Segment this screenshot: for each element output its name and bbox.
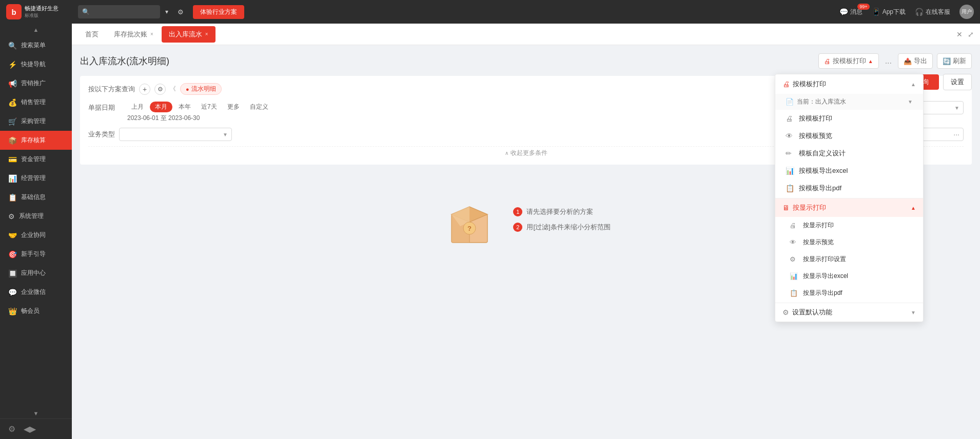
date-btn-custom[interactable]: 自定义 (246, 101, 272, 113)
sidebar-item-basic[interactable]: 📋 基础信息 (0, 188, 72, 207)
dropdown-current-template[interactable]: 📄 当前：出入库流水 ▼ (775, 94, 923, 110)
tab-home[interactable]: 首页 (78, 26, 106, 43)
date-btn-this-month[interactable]: 本月 (150, 102, 172, 112)
sidebar-settings-icon[interactable]: ⚙ (8, 424, 15, 434)
current-template-icon: 📄 (786, 98, 794, 106)
print-dropdown-panel: 🖨 按模板打印 ▲ 📄 当前：出入库流水 ▼ (775, 74, 924, 322)
date-btn-more[interactable]: 更多 (223, 101, 244, 113)
sidebar-item-operations[interactable]: 📊 经营管理 (0, 169, 72, 188)
tmpl-pdf-icon: 📋 (786, 184, 794, 192)
business-type-select[interactable] (119, 128, 232, 141)
dropdown-item-display-pdf[interactable]: 📋 按显示导出pdf (775, 285, 923, 303)
tab-batch[interactable]: 库存批次账 × (107, 26, 161, 43)
dropdown-item-template-preview[interactable]: 👁 按模板预览 (775, 127, 923, 145)
filter-settings-btn[interactable]: ⚙ (154, 84, 166, 95)
topbar-dropdown-arrow[interactable]: ▾ (165, 8, 168, 15)
app-download-btn[interactable]: 📱 App下载 (872, 8, 906, 16)
dropdown-item-display-excel[interactable]: 📊 按显示导出excel (775, 268, 923, 285)
warehouse-more-icon[interactable]: ··· (953, 130, 959, 138)
settings-btn[interactable]: 设置 (943, 74, 972, 90)
page-header: 出入库流水(流水明细) 🖨 按模板打印 ▲ ... 📤 导出 🔄 刷新 (80, 53, 972, 69)
user-avatar[interactable]: 用户 (959, 5, 974, 19)
enterprise-icon: 🤝 (8, 231, 17, 240)
sidebar-item-quicknav[interactable]: ⚡ 快捷导航 (0, 55, 72, 74)
dropdown-title: 按模板打印 (793, 79, 826, 89)
filter-tag-label: 流水明细 (191, 85, 216, 93)
refresh-icon: 🔄 (943, 57, 951, 65)
sidebar-item-system[interactable]: ⚙ 系统管理 (0, 207, 72, 226)
search-box[interactable]: 🔍 (78, 5, 160, 18)
sidebar-item-search[interactable]: 🔍 搜索菜单 (0, 36, 72, 55)
display-section-arrow: ▲ (911, 205, 916, 211)
filter-scheme-tag[interactable]: ● 流水明细 (180, 83, 222, 95)
business-type-select-wrapper: ▼ (119, 128, 232, 141)
topbar-right: 💬 消息 99+ 📱 App下载 🎧 在线客服 用户 (839, 5, 974, 19)
sidebar-item-inventory[interactable]: 📦 库存核算 (0, 131, 72, 150)
footer-settings-icon: ⚙ (782, 308, 789, 316)
sidebar-item-finance[interactable]: 💳 资金管理 (0, 150, 72, 169)
messages-btn[interactable]: 💬 消息 99+ (839, 8, 863, 16)
tab-actions: ✕ ⤢ (956, 30, 974, 38)
operations-icon: 📊 (8, 174, 17, 183)
member-icon: 👑 (8, 307, 17, 315)
dropdown-footer[interactable]: ⚙ 设置默认功能 ▼ (775, 303, 923, 322)
sidebar-scroll-down[interactable]: ▼ (33, 410, 39, 416)
template-print-btn[interactable]: 🖨 按模板打印 ▲ (818, 53, 879, 69)
sidebar-collapse-icon[interactable]: ◀▶ (24, 424, 36, 434)
headset-icon: 🎧 (915, 8, 924, 16)
dropdown-item-template-excel[interactable]: 📊 按模板导出excel (775, 162, 923, 179)
display-header-icon: 🖥 (782, 204, 790, 212)
date-field-label: 单据日期 (88, 103, 115, 112)
sidebar-nav: 🔍 搜索菜单 ⚡ 快捷导航 📢 营销推广 💰 销售管理 🛒 采购管理 📦 (0, 36, 72, 408)
sidebar-item-purchase[interactable]: 🛒 采购管理 (0, 112, 72, 131)
sidebar-item-wechat[interactable]: 💬 企业微信 (0, 283, 72, 302)
dropdown-item-template-pdf[interactable]: 📋 按模板导出pdf (775, 179, 923, 198)
disp-pdf-icon: 📋 (790, 289, 798, 297)
sidebar-item-sales[interactable]: 💰 销售管理 (0, 93, 72, 112)
dropdown-item-display-print[interactable]: 🖨 按显示打印 (775, 217, 923, 234)
filter-collapse-btn[interactable]: 《 (170, 85, 176, 93)
printer-icon: 🖨 (824, 57, 831, 65)
tab-expand[interactable]: ⤢ (968, 30, 974, 38)
sidebar-item-enterprise[interactable]: 🤝 企业协同 (0, 226, 72, 245)
tab-flow[interactable]: 出入库流水 × (162, 26, 215, 43)
content-area: 首页 库存批次账 × 出入库流水 × ✕ ⤢ 出入库流水(流水明细) (72, 24, 980, 439)
template-print-label: 按模板打印 (833, 56, 866, 66)
refresh-label: 刷新 (953, 56, 966, 66)
sidebar-item-member[interactable]: 👑 畅会员 (0, 302, 72, 321)
date-btn-7days[interactable]: 近7天 (197, 101, 221, 113)
dropdown-display-header[interactable]: 🖥 按显示打印 ▲ (775, 198, 923, 217)
dropdown-item-template-design[interactable]: ✏ 模板自定义设计 (775, 145, 923, 162)
filter-tag-icon: ● (186, 86, 189, 92)
current-template-label: 当前：出入库流水 (797, 97, 846, 106)
sidebar-item-marketing[interactable]: 📢 营销推广 (0, 74, 72, 93)
sidebar-item-appcenter[interactable]: 🔲 应用中心 (0, 264, 72, 283)
tab-flow-close[interactable]: × (205, 31, 208, 37)
dropdown-item-display-settings[interactable]: ⚙ 按显示打印设置 (775, 251, 923, 268)
online-service-btn[interactable]: 🎧 在线客服 (915, 8, 950, 16)
trial-btn[interactable]: 体验行业方案 (193, 5, 244, 19)
marketing-icon: 📢 (8, 79, 17, 88)
search-icon: 🔍 (82, 8, 90, 15)
app-badge: 标准版 (25, 12, 58, 19)
filter-add-btn[interactable]: + (139, 84, 150, 95)
dropdown-collapse-icon[interactable]: ▲ (911, 82, 916, 87)
date-btn-this-year[interactable]: 本年 (174, 101, 195, 113)
export-btn[interactable]: 📤 导出 (898, 53, 933, 69)
sidebar-item-guide[interactable]: 🎯 新手引导 (0, 245, 72, 264)
guide-icon: 🎯 (8, 250, 17, 258)
tab-batch-close[interactable]: × (150, 31, 153, 37)
date-btn-last-month[interactable]: 上月 (127, 101, 148, 113)
inventory-icon: 📦 (8, 136, 17, 145)
toolbar-more-icon[interactable]: ... (883, 56, 894, 66)
dropdown-item-template-print[interactable]: 🖨 按模板打印 (775, 110, 923, 127)
sidebar-scroll-up[interactable]: ▲ (33, 27, 39, 33)
page-content: 出入库流水(流水明细) 🖨 按模板打印 ▲ ... 📤 导出 🔄 刷新 (72, 45, 980, 439)
page-title: 出入库流水(流水明细) (80, 55, 169, 67)
dropdown-item-display-preview[interactable]: 👁 按显示预览 (775, 234, 923, 251)
wechat-icon: 💬 (8, 288, 17, 296)
refresh-btn[interactable]: 🔄 刷新 (937, 53, 972, 69)
topbar-gear-btn[interactable]: ⚙ (173, 5, 188, 19)
tab-close-window[interactable]: ✕ (956, 30, 963, 38)
app-logo: b 畅捷通好生意 标准版 (6, 4, 73, 19)
